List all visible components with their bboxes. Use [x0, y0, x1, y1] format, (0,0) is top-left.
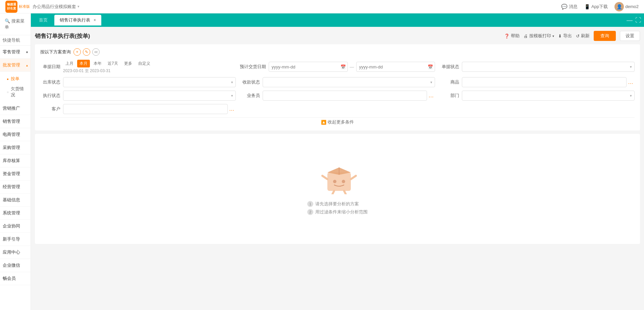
filter-product-field: 商品 … [439, 77, 635, 87]
collapse-up-icon: 🔼 [321, 120, 326, 125]
tab-home[interactable]: 首页 [34, 15, 53, 25]
order-status-select[interactable] [462, 62, 635, 72]
exec-status-select[interactable] [63, 91, 236, 101]
tab-maximize-icon[interactable]: ⛶ [635, 17, 641, 24]
receipt-status-select[interactable] [263, 77, 435, 87]
sidebar-item-inventory[interactable]: 库存核算 [0, 154, 31, 167]
avatar: 👤 [614, 2, 624, 11]
settings-button[interactable]: 设置 [620, 31, 640, 41]
filter-customer-control: … [63, 104, 236, 114]
export-btn[interactable]: ⬇ 导出 [558, 33, 572, 39]
sidebar-item-corp[interactable]: 企业协同 [0, 220, 31, 233]
tab-sales-order[interactable]: 销售订单执行表 × [54, 15, 101, 25]
tab-close-icon[interactable]: × [94, 18, 96, 22]
tab-minimize-icon[interactable]: — [627, 17, 633, 24]
query-button[interactable]: 查询 [594, 31, 616, 41]
expected-date-to[interactable] [356, 62, 435, 72]
date-btn-more[interactable]: 更多 [122, 60, 135, 67]
filter-header-icons: + ✎ ≪ [73, 48, 100, 56]
out-status-select[interactable] [63, 77, 236, 87]
filter-customer-label: 客户 [40, 106, 60, 112]
filter-section-label: 按以下方案查询 [40, 49, 71, 55]
product-dots-btn[interactable]: … [627, 79, 635, 85]
sidebar-item-finance[interactable]: 资金管理 [0, 167, 31, 180]
filter-add-btn[interactable]: + [73, 48, 81, 56]
date-btn-custom[interactable]: 自定义 [136, 60, 153, 67]
date-btn-this-month[interactable]: 本月 [77, 60, 90, 67]
sidebar-item-marketing[interactable]: 营销推广 [0, 102, 31, 115]
filter-row-1: 单据日期 上月 本月 本年 近7天 更多 自定义 2023-03-01 至 20… [40, 60, 635, 74]
salesperson-dots-btn[interactable]: … [427, 93, 435, 99]
content-area: 首页 销售订单执行表 × — ⛶ 销售订单执行表(按单) ❓ 帮助 [31, 13, 644, 310]
tab-bar: 首页 销售订单执行表 × — ⛶ [31, 13, 644, 27]
customer-dots-btn[interactable]: … [228, 106, 236, 112]
sidebar-item-operation-label: 经营管理 [3, 184, 20, 190]
sidebar-item-newbie[interactable]: 新手引导 [0, 233, 31, 246]
refresh-btn[interactable]: ↺ 刷新 [576, 33, 590, 39]
sidebar-item-sales[interactable]: 销售管理 [0, 115, 31, 128]
empty-illustration [321, 161, 358, 194]
date-btn-7days[interactable]: 近7天 [105, 60, 120, 67]
wholesale-subnav: ● 按单 ○ 欠货情况 [0, 72, 31, 102]
app-selector[interactable]: 办公用品行业模拟账套 ▾ [33, 4, 79, 10]
filter-exec-status-label: 执行状态 [40, 93, 60, 99]
filter-expected-date-field: 预计交货日期 📅 — 📅 [240, 62, 435, 72]
filter-date-control: 上月 本月 本年 近7天 更多 自定义 2023-03-01 至 2023-03… [63, 60, 236, 74]
sidebar-item-basic[interactable]: 基础信息 [0, 194, 31, 207]
sidebar-item-finance-label: 资金管理 [3, 171, 20, 177]
logo-label: 标准版 [19, 4, 30, 9]
sidebar-item-ecommerce[interactable]: 电商管理 [0, 128, 31, 141]
sidebar-item-marketing-label: 营销推广 [3, 105, 20, 111]
print-btn[interactable]: 🖨 按模板打印 ▾ [524, 33, 554, 39]
customer-input[interactable] [63, 104, 228, 114]
help-icon: ❓ [504, 34, 509, 39]
filter-edit-btn[interactable]: ✎ [83, 48, 90, 56]
subnav-item-order[interactable]: ● 按单 [0, 74, 31, 84]
date-btn-this-year[interactable]: 本年 [91, 60, 104, 67]
sidebar-item-system[interactable]: 系统管理 [0, 207, 31, 220]
expected-date-to-wrap: 📅 [356, 62, 435, 72]
sidebar-item-retail[interactable]: 零售管理 ▾ [0, 46, 31, 59]
filter-collapse-btn[interactable]: ≪ [92, 48, 100, 56]
sidebar-quick-nav[interactable]: 快捷导航 [0, 35, 31, 46]
sidebar-item-wholesale[interactable]: 批发管理 ▴ [0, 59, 31, 72]
filter-row-2: 出库状态 ▾ 收款状态 [40, 77, 635, 87]
sidebar-item-wechat[interactable]: 企业微信 [0, 259, 31, 272]
subnav-item-arrears[interactable]: ○ 欠货情况 [0, 84, 31, 100]
salesperson-input[interactable] [263, 91, 427, 101]
filter-row-3: 执行状态 ▾ 业务员 … [40, 91, 635, 101]
collapse-more-btn[interactable]: 🔼 收起更多条件 [40, 117, 635, 126]
date-range-dash: — [350, 64, 354, 69]
help-btn[interactable]: ❓ 帮助 [504, 33, 520, 39]
filter-salesperson-label: 业务员 [240, 93, 260, 99]
export-icon: ⬇ [558, 34, 562, 39]
calendar-from-icon[interactable]: 📅 [340, 64, 346, 69]
search-menu-btn[interactable]: 🔍 搜索菜单 [3, 17, 28, 32]
product-input[interactable] [462, 77, 627, 87]
expected-date-from[interactable] [269, 62, 348, 72]
svg-point-3 [333, 180, 336, 183]
svg-line-7 [332, 191, 334, 194]
filter-date-field: 单据日期 上月 本月 本年 近7天 更多 自定义 2023-03-01 至 20… [40, 60, 236, 74]
app-download-btn[interactable]: 📱 App下载 [584, 4, 608, 10]
sidebar-item-inventory-label: 库存核算 [3, 158, 20, 164]
svg-point-4 [342, 180, 345, 183]
sidebar-search[interactable]: 🔍 搜索菜单 [0, 13, 31, 35]
sidebar-item-ecommerce-label: 电商管理 [3, 132, 20, 138]
sidebar-item-purchase[interactable]: 采购管理 [0, 141, 31, 154]
calendar-to-icon[interactable]: 📅 [428, 64, 433, 69]
filter-out-status-control: ▾ [63, 77, 236, 87]
sidebar-item-wechat-label: 企业微信 [3, 262, 20, 268]
sidebar-item-member[interactable]: 畅会员 [0, 272, 31, 285]
search-icon: 🔍 [5, 18, 10, 23]
user-menu[interactable]: 👤 demo2 [614, 2, 639, 11]
message-btn[interactable]: 💬 消息 [561, 4, 578, 10]
sidebar-item-apps[interactable]: 应用中心 [0, 246, 31, 259]
dept-select[interactable] [462, 91, 635, 101]
date-btn-last-month[interactable]: 上月 [63, 60, 76, 67]
top-header-left: 畅捷通好生意 标准版 办公用品行业模拟账套 ▾ [5, 1, 79, 13]
print-icon: 🖨 [524, 34, 528, 39]
refresh-icon: ↺ [576, 34, 580, 39]
sidebar-item-operation[interactable]: 经营管理 [0, 180, 31, 194]
empty-tip-1: 1 请先选择要分析的方案 [307, 201, 368, 207]
